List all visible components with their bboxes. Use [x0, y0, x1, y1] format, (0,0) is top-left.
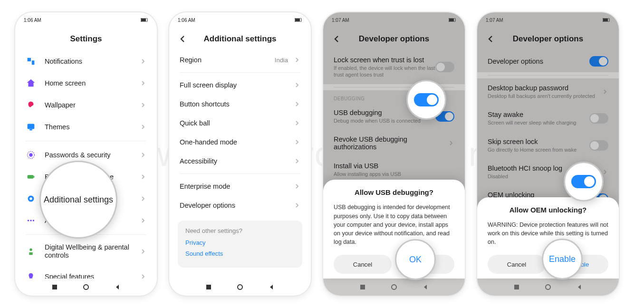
row-digital[interactable]: Digital Wellbeing & parental controls [15, 238, 157, 266]
svg-rect-6 [28, 175, 34, 178]
shield-icon [26, 150, 36, 160]
statusbar: 1:07 AM [477, 12, 619, 28]
status-indicators [141, 18, 148, 22]
svg-point-9 [29, 197, 32, 200]
svg-rect-1 [141, 19, 146, 21]
phone-additional: 1:06 AM Additional settings RegionIndia … [169, 12, 311, 296]
header: Additional settings [169, 28, 311, 50]
svg-rect-18 [206, 285, 211, 289]
divider [180, 72, 300, 73]
divider [26, 141, 146, 141]
link-privacy[interactable]: Privacy [185, 239, 295, 246]
header: Developer options [477, 28, 619, 50]
row-onehand[interactable]: One-handed mode [169, 133, 311, 152]
page-title: Developer options [486, 34, 610, 44]
row-quickball[interactable]: Quick ball [169, 114, 311, 133]
link-sound[interactable]: Sound effects [185, 250, 295, 257]
back-button[interactable] [486, 34, 495, 44]
toggle-stay[interactable] [589, 113, 608, 124]
row-home[interactable]: Home screen [15, 72, 157, 94]
svg-point-19 [238, 285, 242, 289]
magnify-oem-toggle [564, 162, 604, 202]
nav-back[interactable] [115, 284, 120, 290]
svg-rect-24 [603, 18, 609, 22]
svg-rect-20 [449, 18, 455, 22]
page-title: Additional settings [178, 34, 302, 44]
nav-recent[interactable] [52, 284, 58, 290]
svg-rect-14 [52, 285, 57, 289]
svg-point-5 [29, 153, 32, 156]
nav-recent[interactable] [360, 284, 365, 290]
toggle-lock[interactable] [435, 62, 454, 72]
magnify-ok: OK [395, 239, 436, 280]
nav-recent[interactable] [206, 284, 211, 290]
nav-back[interactable] [577, 284, 582, 290]
navbar [15, 279, 157, 296]
row-backup[interactable]: Desktop backup passwordDesktop full back… [477, 78, 619, 105]
dialog-body: USB debugging is intended for developmen… [334, 203, 454, 246]
toggle-skip[interactable] [589, 140, 608, 151]
svg-point-10 [28, 220, 29, 221]
cancel-button[interactable]: Cancel [334, 255, 392, 274]
region-value: India [275, 57, 288, 64]
navbar [169, 279, 311, 296]
status-time: 1:06 AM [24, 18, 41, 23]
row-stay[interactable]: Stay awakeScreen will never sleep while … [477, 105, 619, 132]
statusbar: 1:07 AM [323, 12, 465, 28]
nav-back[interactable] [423, 284, 428, 290]
dialog-body: WARNING: Device protection features will… [488, 221, 608, 246]
row-access[interactable]: Accessibility [169, 152, 311, 171]
svg-point-13 [29, 249, 32, 251]
home-icon [26, 78, 36, 88]
status-time: 1:07 AM [332, 18, 349, 23]
row-themes[interactable]: Themes [15, 116, 157, 138]
row-shortcuts[interactable]: Button shortcuts [169, 95, 311, 114]
cancel-button[interactable]: Cancel [488, 255, 546, 274]
row-developer[interactable]: Developer options [169, 196, 311, 215]
dialog-title: Allow USB debugging? [334, 188, 454, 196]
svg-rect-2 [28, 124, 35, 129]
row-notifications[interactable]: Notifications [15, 50, 157, 72]
divider [180, 173, 300, 174]
status-indicators [295, 18, 302, 22]
toggle-icon [414, 93, 439, 106]
dialog-usb: Allow USB debugging? USB debugging is in… [323, 180, 465, 279]
gear-icon [26, 193, 36, 204]
nav-home[interactable] [237, 284, 243, 290]
row-skip[interactable]: Skip screen lockGo directly to Home scre… [477, 132, 619, 159]
wallpaper-icon [26, 100, 36, 110]
row-fullscreen[interactable]: Full screen display [169, 76, 311, 95]
status-indicators [449, 18, 456, 22]
row-install[interactable]: Install via USBAllow installing apps via… [323, 156, 465, 183]
row-region[interactable]: RegionIndia [169, 50, 311, 69]
phone-usb-debug: 1:07 AM Developer options Lock screen wh… [323, 12, 465, 296]
statusbar: 1:06 AM [169, 12, 311, 28]
toggle-devopt[interactable] [589, 56, 608, 67]
svg-point-27 [546, 285, 550, 289]
help-question: Need other settings? [185, 227, 295, 234]
svg-point-12 [33, 220, 35, 221]
nav-recent[interactable] [514, 284, 519, 290]
row-revoke[interactable]: Revoke USB debugging authorizations [323, 130, 465, 156]
row-enterprise[interactable]: Enterprise mode [169, 177, 311, 196]
svg-rect-22 [360, 285, 365, 289]
nav-home[interactable] [83, 284, 89, 290]
nav-back[interactable] [269, 284, 274, 290]
svg-rect-25 [603, 19, 608, 21]
row-devopt[interactable]: Developer options [477, 50, 619, 72]
header: Developer options [323, 28, 465, 50]
svg-point-23 [392, 285, 396, 289]
svg-rect-7 [34, 176, 35, 178]
back-button[interactable] [332, 34, 341, 44]
navbar [477, 279, 619, 296]
row-wallpaper[interactable]: Wallpaper [15, 94, 157, 116]
back-button[interactable] [178, 34, 187, 44]
phone-settings: 1:06 AM Settings Notifications Home scre… [15, 12, 157, 296]
row-lock[interactable]: Lock screen when trust is lostIf enabled… [323, 50, 465, 84]
svg-point-11 [30, 220, 32, 221]
status-indicators [603, 18, 610, 22]
nav-home[interactable] [391, 284, 397, 290]
nav-home[interactable] [545, 284, 551, 290]
help-box: Need other settings? Privacy Sound effec… [178, 221, 302, 268]
row-special[interactable]: Special features [15, 266, 157, 279]
